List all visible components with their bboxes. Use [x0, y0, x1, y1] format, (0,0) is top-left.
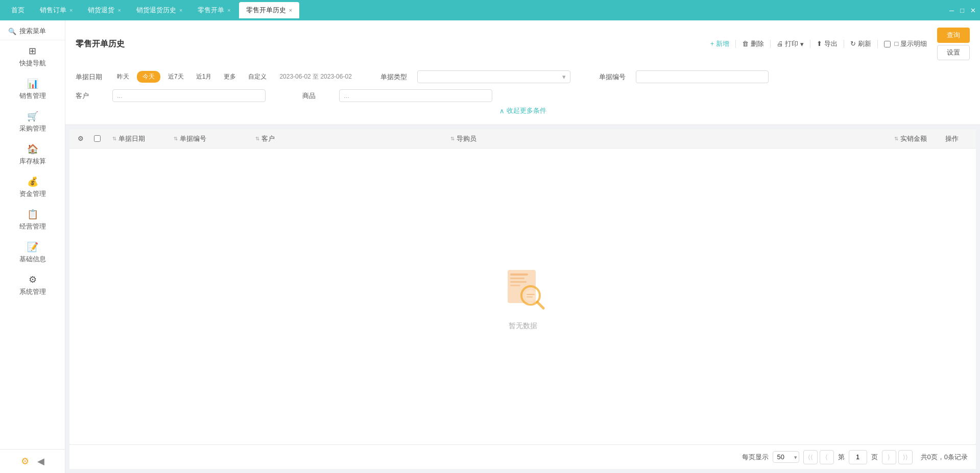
collapse-label: 收起更多条件: [507, 106, 546, 115]
sidebar-settings-icon[interactable]: ⚙: [21, 456, 29, 467]
export-button[interactable]: ⬆ 导出: [817, 39, 838, 48]
content-area: 零售开单历史 + 新增 🗑 删除 🖨 打印 ▾ ⬆ 导出 ↻ 刷新: [65, 20, 980, 473]
close-sales-order-icon[interactable]: ×: [69, 7, 73, 13]
tab-retail-open-history[interactable]: 零售开单历史 ×: [239, 2, 299, 18]
select-all-checkbox[interactable]: [94, 135, 101, 142]
last-page-button[interactable]: ⟩⟩: [898, 450, 913, 464]
sales-mgmt-icon: 📊: [27, 78, 38, 89]
sort-icon-bill-no: ⇅: [174, 136, 178, 141]
first-page-button[interactable]: ⟨⟨: [803, 450, 818, 464]
filter-section: 单据日期 昨天 今天 近7天 近1月 更多 自定义 2023-06-02 至 2…: [76, 66, 970, 125]
svg-rect-4: [510, 285, 520, 286]
tab-sales-return-history[interactable]: 销货退货历史 ×: [129, 2, 189, 18]
delete-button[interactable]: 🗑 删除: [742, 39, 764, 48]
sidebar-item-finance[interactable]: 💰 资金管理: [0, 171, 65, 204]
product-input[interactable]: ...: [339, 89, 492, 102]
date-today-btn[interactable]: 今天: [137, 71, 160, 83]
date-custom-btn[interactable]: 自定义: [244, 71, 271, 83]
sidebar-bottom: ⚙ ◀: [0, 449, 65, 473]
date-1month-btn[interactable]: 近1月: [192, 71, 217, 83]
table-header-date[interactable]: ⇅ 单据日期: [108, 134, 170, 143]
per-page-select[interactable]: 50 10 20 100: [773, 451, 799, 463]
display-cols-checkbox[interactable]: [884, 41, 891, 47]
tab-retail-open-history-label: 零售开单历史: [246, 6, 286, 15]
header-customer-label: 客户: [261, 134, 275, 143]
bill-type-select[interactable]: ▾: [417, 70, 570, 83]
close-sales-return-icon[interactable]: ×: [117, 7, 121, 13]
next-page-button[interactable]: ⟩: [882, 450, 896, 464]
svg-line-7: [537, 302, 543, 308]
bill-type-label: 单据类型: [380, 72, 409, 82]
collapse-button[interactable]: ∧ 收起更多条件: [499, 106, 546, 115]
tab-sales-order-label: 销售订单: [40, 6, 66, 15]
sidebar-item-sales-mgmt-label: 销售管理: [19, 91, 46, 101]
print-button[interactable]: 🖨 打印 ▾: [777, 39, 804, 48]
sidebar-item-basic-info-label: 基础信息: [19, 255, 46, 264]
close-retail-open-history-icon[interactable]: ×: [289, 7, 292, 13]
sidebar-item-inventory[interactable]: 🏠 库存核算: [0, 138, 65, 171]
table-header-customer[interactable]: ⇅ 客户: [251, 134, 446, 143]
tab-sales-order[interactable]: 销售订单 ×: [33, 2, 80, 18]
date-filter-label: 单据日期: [76, 72, 104, 82]
prev-page-button[interactable]: ⟨: [820, 450, 834, 464]
sidebar-item-sys-mgmt[interactable]: ⚙ 系统管理: [0, 269, 65, 302]
add-button[interactable]: + 新增: [710, 39, 729, 48]
sidebar-item-quick-nav[interactable]: ⊞ 快捷导航: [0, 40, 65, 73]
sidebar-collapse-icon[interactable]: ◀: [37, 456, 44, 467]
sort-icon-guide: ⇅: [450, 136, 455, 141]
minimize-icon[interactable]: ─: [949, 7, 954, 14]
finance-icon: 💰: [27, 176, 38, 187]
header-date-label: 单据日期: [118, 134, 145, 143]
sidebar-item-purchase-mgmt[interactable]: 🛒 采购管理: [0, 106, 65, 138]
sidebar-item-operation-label: 经营管理: [19, 222, 46, 231]
table-header-bill-no[interactable]: ⇅ 单据编号: [170, 134, 251, 143]
customer-input[interactable]: ...: [112, 89, 266, 102]
date-yesterday-btn[interactable]: 昨天: [112, 71, 134, 83]
close-sales-return-history-icon[interactable]: ×: [179, 7, 182, 13]
inventory-icon: 🏠: [27, 143, 38, 155]
nav-tabs: 首页 销售订单 × 销货退货 × 销货退货历史 × 零售开单 × 零售开单历史 …: [4, 2, 949, 18]
sidebar-item-sales-mgmt[interactable]: 📊 销售管理: [0, 73, 65, 106]
sort-icon-amount: ⇅: [894, 136, 898, 141]
search-button[interactable]: 查询: [937, 28, 970, 43]
date-7days-btn[interactable]: 近7天: [163, 71, 188, 83]
page-header: 零售开单历史 + 新增 🗑 删除 🖨 打印 ▾ ⬆ 导出 ↻ 刷新: [65, 20, 980, 125]
toolbar-buttons: + 新增 🗑 删除 🖨 打印 ▾ ⬆ 导出 ↻ 刷新 □ 显示: [710, 28, 970, 60]
basic-info-icon: 📝: [27, 241, 38, 253]
sidebar-item-operation[interactable]: 📋 经营管理: [0, 204, 65, 236]
page-number-input[interactable]: [849, 450, 867, 464]
search-menu-area[interactable]: 🔍 搜索菜单: [0, 22, 65, 40]
tab-sales-return[interactable]: 销货退货 ×: [81, 2, 128, 18]
display-cols-button[interactable]: □ 显示明细: [884, 39, 927, 48]
tab-home[interactable]: 首页: [4, 2, 32, 18]
toolbar-divider-4: [844, 40, 844, 48]
toolbar-divider-3: [810, 40, 810, 48]
action-buttons: 查询 设置: [937, 28, 970, 60]
bill-type-arrow-icon: ▾: [562, 73, 566, 81]
close-retail-open-icon[interactable]: ×: [227, 7, 230, 13]
refresh-button[interactable]: ↻ 刷新: [850, 39, 871, 48]
table-checkbox-cell[interactable]: [90, 135, 108, 142]
per-page-wrapper: 50 10 20 100: [773, 451, 799, 463]
empty-icon-container: [497, 262, 548, 313]
table-settings-icon[interactable]: ⚙: [78, 135, 84, 142]
quick-nav-icon: ⊞: [29, 45, 36, 57]
header-bill-no-label: 单据编号: [180, 134, 206, 143]
sort-icon-date: ⇅: [112, 136, 116, 141]
table-header-guide[interactable]: ⇅ 导购员: [446, 134, 508, 143]
sidebar-item-finance-label: 资金管理: [19, 189, 46, 198]
date-more-btn[interactable]: 更多: [219, 71, 241, 83]
sort-icon-customer: ⇅: [255, 136, 259, 141]
sidebar-item-basic-info[interactable]: 📝 基础信息: [0, 236, 65, 269]
maximize-icon[interactable]: □: [960, 7, 964, 14]
settings-button[interactable]: 设置: [937, 45, 970, 60]
tab-sales-return-history-label: 销货退货历史: [136, 6, 176, 15]
tab-retail-open[interactable]: 零售开单 ×: [190, 2, 237, 18]
bill-no-input[interactable]: [636, 70, 769, 83]
sys-mgmt-icon: ⚙: [29, 274, 37, 285]
close-window-icon[interactable]: ✕: [970, 7, 976, 14]
table-header-amount[interactable]: ⇅ 实销金额: [890, 134, 941, 143]
customer-dots: ...: [117, 92, 123, 99]
table-settings-cell[interactable]: ⚙: [74, 135, 90, 142]
empty-state: 暂无数据: [69, 148, 976, 444]
